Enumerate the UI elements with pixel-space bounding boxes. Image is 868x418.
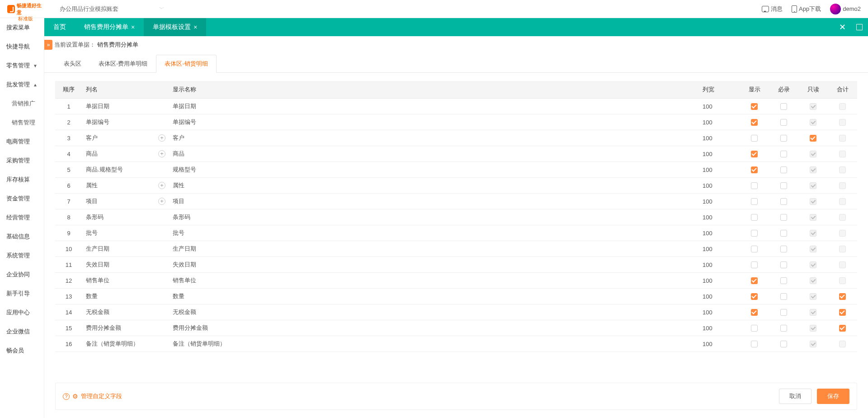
checkbox[interactable] xyxy=(751,119,758,126)
checkbox[interactable] xyxy=(751,182,758,189)
close-all-tabs-button[interactable]: ✕ xyxy=(834,18,851,36)
sidebar-item[interactable]: 采购管理 xyxy=(0,151,44,170)
cell-display-name[interactable]: 规格型号 xyxy=(169,162,699,178)
checkbox[interactable] xyxy=(751,198,758,205)
sidebar-item[interactable]: 系统管理 xyxy=(0,246,44,265)
cell-width[interactable]: 100 xyxy=(699,320,740,336)
collapse-toggle[interactable]: » xyxy=(44,40,52,50)
sidebar-item[interactable]: 批发管理▲ xyxy=(0,75,44,94)
checkbox[interactable] xyxy=(780,325,787,332)
cell-display-name[interactable]: 费用分摊金额 xyxy=(169,320,699,336)
checkbox[interactable] xyxy=(780,135,787,142)
sidebar-item[interactable]: 新手引导 xyxy=(0,284,44,303)
sidebar-item[interactable]: 应用中心 xyxy=(0,303,44,322)
checkbox[interactable] xyxy=(780,119,787,126)
sidebar-item[interactable]: 企业微信 xyxy=(0,322,44,341)
account-set-selector[interactable]: 办公用品行业模拟账套 ﹀ xyxy=(60,5,165,13)
checkbox[interactable] xyxy=(751,230,758,237)
cell-width[interactable]: 100 xyxy=(699,209,740,225)
sidebar-item[interactable]: 基础信息 xyxy=(0,227,44,246)
messages-button[interactable]: 消息 xyxy=(762,5,783,13)
sidebar-item[interactable]: 畅会员 xyxy=(0,341,44,360)
sidebar-item[interactable]: 快捷导航 xyxy=(0,37,44,56)
cell-width[interactable]: 100 xyxy=(699,225,740,241)
checkbox[interactable] xyxy=(780,277,787,284)
tab[interactable]: 单据模板设置× xyxy=(144,18,206,36)
cell-width[interactable]: 100 xyxy=(699,99,740,114)
checkbox[interactable] xyxy=(780,230,787,237)
cell-width[interactable]: 100 xyxy=(699,273,740,289)
checkbox[interactable] xyxy=(751,309,758,316)
sidebar-item[interactable]: 资金管理 xyxy=(0,189,44,208)
cell-display-name[interactable]: 销售单位 xyxy=(169,273,699,289)
sidebar-item[interactable]: 零售管理▼ xyxy=(0,56,44,75)
subtab[interactable]: 表头区 xyxy=(55,55,90,73)
manage-custom-fields-link[interactable]: 管理自定义字段 xyxy=(81,392,122,400)
cancel-button[interactable]: 取消 xyxy=(779,389,811,404)
cell-display-name[interactable]: 单据日期 xyxy=(169,99,699,114)
checkbox[interactable] xyxy=(751,341,758,347)
checkbox[interactable] xyxy=(780,214,787,221)
checkbox[interactable] xyxy=(751,325,758,332)
checkbox[interactable] xyxy=(780,309,787,316)
expand-button[interactable]: + xyxy=(158,134,165,142)
cell-width[interactable]: 100 xyxy=(699,178,740,194)
cell-display-name[interactable]: 生产日期 xyxy=(169,241,699,257)
checkbox[interactable] xyxy=(780,182,787,189)
sidebar-item[interactable]: 库存核算 xyxy=(0,170,44,189)
checkbox[interactable] xyxy=(780,198,787,205)
cell-display-name[interactable]: 商品 xyxy=(169,146,699,162)
cell-display-name[interactable]: 无税金额 xyxy=(169,304,699,320)
tab[interactable]: 销售费用分摊单× xyxy=(75,18,144,36)
checkbox[interactable] xyxy=(751,246,758,252)
checkbox[interactable] xyxy=(839,309,846,316)
checkbox[interactable] xyxy=(780,246,787,252)
cell-width[interactable]: 100 xyxy=(699,289,740,304)
checkbox[interactable] xyxy=(780,293,787,300)
cell-display-name[interactable]: 单据编号 xyxy=(169,114,699,130)
subtab[interactable]: 表体区-费用单明细 xyxy=(90,55,156,73)
sidebar-item[interactable]: 经营管理 xyxy=(0,208,44,227)
cell-display-name[interactable]: 条形码 xyxy=(169,209,699,225)
tab[interactable]: 首页 xyxy=(44,18,75,36)
cell-display-name[interactable]: 失效日期 xyxy=(169,257,699,273)
cell-width[interactable]: 100 xyxy=(699,130,740,146)
cell-width[interactable]: 100 xyxy=(699,194,740,209)
cell-display-name[interactable]: 备注（销货单明细） xyxy=(169,336,699,352)
help-icon[interactable]: ? xyxy=(63,393,70,400)
checkbox[interactable] xyxy=(751,261,758,268)
expand-button[interactable]: + xyxy=(158,198,165,205)
sidebar-item[interactable]: 销售管理 xyxy=(0,113,44,132)
tab-close-icon[interactable]: × xyxy=(193,24,197,31)
cell-display-name[interactable]: 属性 xyxy=(169,178,699,194)
checkbox[interactable] xyxy=(751,166,758,173)
expand-button[interactable]: + xyxy=(158,150,165,157)
checkbox[interactable] xyxy=(751,151,758,157)
sidebar-item[interactable]: 企业协同 xyxy=(0,265,44,284)
checkbox[interactable] xyxy=(780,103,787,110)
app-download-button[interactable]: App下载 xyxy=(792,5,821,13)
checkbox[interactable] xyxy=(751,214,758,221)
checkbox[interactable] xyxy=(839,293,846,300)
save-button[interactable]: 保存 xyxy=(817,389,849,404)
cell-display-name[interactable]: 批号 xyxy=(169,225,699,241)
checkbox[interactable] xyxy=(751,277,758,284)
tab-close-icon[interactable]: × xyxy=(131,24,135,31)
cell-width[interactable]: 100 xyxy=(699,146,740,162)
cell-width[interactable]: 100 xyxy=(699,241,740,257)
cell-width[interactable]: 100 xyxy=(699,257,740,273)
checkbox[interactable] xyxy=(780,151,787,157)
cell-display-name[interactable]: 项目 xyxy=(169,194,699,209)
expand-button[interactable]: + xyxy=(158,182,165,189)
cell-display-name[interactable]: 数量 xyxy=(169,289,699,304)
fullscreen-button[interactable] xyxy=(851,18,868,36)
checkbox[interactable] xyxy=(751,135,758,142)
user-menu[interactable]: demo2 xyxy=(830,4,861,14)
checkbox[interactable] xyxy=(751,103,758,110)
sidebar-item[interactable]: 电商管理 xyxy=(0,132,44,151)
cell-width[interactable]: 100 xyxy=(699,336,740,352)
checkbox[interactable] xyxy=(751,293,758,300)
sidebar-item[interactable]: 营销推广 xyxy=(0,94,44,113)
cell-width[interactable]: 100 xyxy=(699,304,740,320)
checkbox[interactable] xyxy=(780,166,787,173)
